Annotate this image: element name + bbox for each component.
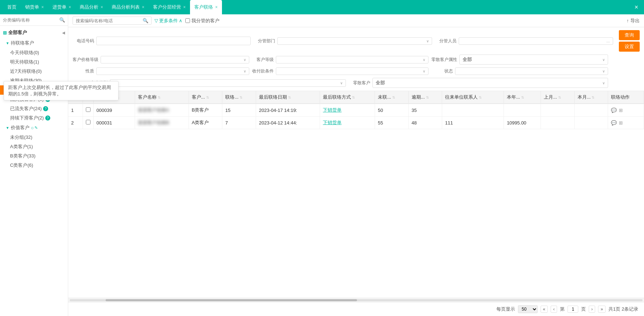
col-contact-count: 联络...⇅ xyxy=(222,91,256,104)
nav-right: × xyxy=(631,4,641,11)
nav-customer-tier[interactable]: 客户分层经营 × xyxy=(149,0,190,14)
horizontal-scrollbar[interactable] xyxy=(68,298,644,302)
filter-icon: ▽ xyxy=(154,18,158,23)
value-settings-icon[interactable]: ✎ xyxy=(34,126,38,130)
nav-product-analysis-list[interactable]: 商品分析列表 × xyxy=(107,0,149,14)
table-footer: 每页显示 50 100 200 « ‹ 第 页 › » 共1页 2条记录 xyxy=(68,302,644,316)
filter-payment-select[interactable]: ∨ xyxy=(276,67,429,75)
filter-nature-select[interactable]: ∨ xyxy=(96,67,249,75)
close-purchase-tab[interactable]: × xyxy=(69,5,71,10)
next-page-button[interactable]: › xyxy=(589,306,595,313)
settings-button[interactable]: 设置 xyxy=(619,42,640,52)
sidebar-item-a-class[interactable]: A类客户(1) xyxy=(0,142,68,151)
toolbar: 🔍 ▽ 更多条件 ∧ 我分管的客户 ↑ 导出 xyxy=(68,14,644,27)
filter-customer-type-select[interactable]: ∨ xyxy=(110,79,346,87)
row2-chat-icon[interactable]: 💬 xyxy=(611,120,617,126)
sidebar-tree: ⊞ 全部客户 ◀ ▼ 待联络客户 今天待联络(0) 明天待联络(1) 近7天待联… xyxy=(0,26,68,316)
tooltip-box: 距客户上次交易时长，超过了此客户的平均交易周期的1.5倍，则视为异常。 xyxy=(4,81,119,100)
query-button[interactable]: 查询 xyxy=(619,30,640,40)
expand-arrow-icon: ▼ xyxy=(6,41,9,45)
sidebar-item-churned[interactable]: 已流失客户(24) ? xyxy=(0,104,68,113)
nav-product-analysis[interactable]: 商品分析 × xyxy=(75,0,107,14)
cell-check-2 xyxy=(83,117,93,129)
sidebar-item-today[interactable]: 今天待联络(0) xyxy=(0,48,68,57)
nav-customer-contact[interactable]: 客户联络 × xyxy=(190,0,222,14)
this-year-sort-icon[interactable]: ⇅ xyxy=(521,95,524,99)
col-type: 客户...⇅ xyxy=(189,91,222,104)
overdue-sort-icon[interactable]: ⇅ xyxy=(426,95,429,99)
no-contact-sort-icon[interactable]: ⇅ xyxy=(392,95,395,99)
sidebar-pending-section[interactable]: ▼ 待联络客户 xyxy=(0,38,68,48)
related-sort-icon[interactable]: ⇅ xyxy=(479,95,482,99)
close-product-analysis-tab[interactable]: × xyxy=(101,5,103,10)
filter-price-label: 客户价格等级 xyxy=(73,57,98,63)
filter-payment: 收付款条件 ∨ xyxy=(252,67,429,75)
row1-chat-icon[interactable]: 💬 xyxy=(611,108,617,113)
nav-purchase[interactable]: 进货单 × xyxy=(48,0,75,14)
cell-related-2: 111 xyxy=(442,117,504,129)
declining-info-icon: ? xyxy=(45,115,50,121)
row1-grid-icon[interactable]: ⊞ xyxy=(619,108,623,113)
scrollbar-track[interactable] xyxy=(70,299,643,301)
last-month-sort-icon[interactable]: ⇅ xyxy=(558,95,561,99)
filter-row-2: 客户价格等级 ∨ 客户等级 ∨ 零散客户属性 全部 xyxy=(73,55,640,65)
last-page-button[interactable]: » xyxy=(598,306,606,313)
filter-dept-select[interactable]: ∨ xyxy=(277,37,432,45)
filter-row-1: 电话号码 分管部门 ∨ 分管人员 … xyxy=(73,30,640,52)
per-page-select[interactable]: 50 100 200 xyxy=(518,305,538,313)
sidebar-value-section[interactable]: ▼ 价值客户 ○ ✎ xyxy=(0,123,68,133)
col-last-date: 最后联络日期⇅ xyxy=(256,91,320,104)
sidebar-search-input[interactable] xyxy=(3,18,57,23)
filter-price-select[interactable]: ∨ xyxy=(101,56,249,63)
filter-customer-level-select[interactable]: ∨ xyxy=(276,56,429,63)
filter-retail-attr-select[interactable]: 全部 ∨ xyxy=(459,55,608,65)
sidebar-item-7days[interactable]: 近7天待联络(0) xyxy=(0,67,68,76)
row1-checkbox[interactable] xyxy=(86,107,91,112)
first-page-button[interactable]: « xyxy=(541,306,548,313)
sidebar-item-declining[interactable]: 持续下滑客户(2) ? xyxy=(0,113,68,123)
more-conditions-button[interactable]: ▽ 更多条件 ∧ xyxy=(154,18,182,24)
my-customers-checkbox-container[interactable]: 我分管的客户 xyxy=(185,18,219,24)
cell-check-1 xyxy=(83,104,93,117)
payment-chevron-icon: ∨ xyxy=(423,69,425,73)
scrollbar-thumb[interactable] xyxy=(106,299,357,301)
sidebar-item-b-class[interactable]: B类客户(33) xyxy=(0,151,68,161)
type-sort-icon[interactable]: ⇅ xyxy=(206,95,209,99)
last-method-sort-icon[interactable]: ⇅ xyxy=(352,95,355,99)
value-edit-icon[interactable]: ○ xyxy=(31,125,34,131)
close-customer-contact-tab[interactable]: × xyxy=(215,5,218,10)
filter-status-select[interactable]: ∨ xyxy=(455,67,608,75)
nav-sales[interactable]: 销货单 × xyxy=(21,0,48,14)
page-number-input[interactable] xyxy=(567,306,578,313)
filter-phone-input[interactable] xyxy=(96,37,251,45)
prev-page-button[interactable]: ‹ xyxy=(551,306,557,313)
contact-sort-icon[interactable]: ⇅ xyxy=(240,95,242,99)
col-this-month: 本月...⇅ xyxy=(574,91,608,104)
close-sales-tab[interactable]: × xyxy=(41,5,44,10)
row2-grid-icon[interactable]: ⊞ xyxy=(619,120,623,126)
main-layout: 🔍 ⊞ 全部客户 ◀ ▼ 待联络客户 今天待联络(0) 明天待联络(1) 近7天… xyxy=(0,14,644,316)
filter-retail-attr: 零散客户属性 全部 ∨ xyxy=(431,55,608,65)
sidebar-item-c-class[interactable]: C类客户(6) xyxy=(0,161,68,170)
last-date-sort-icon[interactable]: ⇅ xyxy=(288,95,291,99)
window-close-button[interactable]: × xyxy=(631,4,641,11)
filter-status-label: 状态 xyxy=(431,68,453,74)
data-table: ⚙ 客户编码⇅ 客户名称⇅ 客户...⇅ 联络...⇅ 最后联络日期⇅ 最后联络… xyxy=(68,91,644,129)
cell-type-1: B类客户 xyxy=(189,104,222,117)
name-sort-icon[interactable]: ⇅ xyxy=(158,95,161,99)
export-button[interactable]: ↑ 导出 xyxy=(627,18,640,24)
filter-person-select[interactable]: … xyxy=(459,37,613,45)
cell-code-2: 000031 xyxy=(93,117,135,129)
my-customers-checkbox[interactable] xyxy=(185,18,190,23)
sidebar-all-customers[interactable]: ⊞ 全部客户 ◀ xyxy=(0,27,68,38)
toolbar-search-input[interactable] xyxy=(76,18,143,23)
filter-retail-customer-label: 零散客户 xyxy=(349,80,370,86)
row2-checkbox[interactable] xyxy=(86,120,91,124)
sidebar-item-ungrouped[interactable]: 未分组(32) xyxy=(0,133,68,142)
sidebar-item-tomorrow[interactable]: 明天待联络(1) xyxy=(0,57,68,67)
close-customer-tier-tab[interactable]: × xyxy=(183,5,186,10)
nav-home[interactable]: 首页 xyxy=(3,0,21,14)
filter-retail-customer-select[interactable]: 全部 ∨ xyxy=(372,78,608,88)
this-month-sort-icon[interactable]: ⇅ xyxy=(592,95,594,99)
close-product-list-tab[interactable]: × xyxy=(142,5,144,10)
